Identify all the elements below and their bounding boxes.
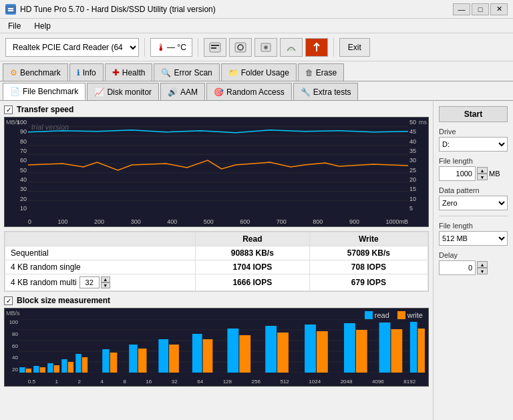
file-length-up[interactable]: ▲ [477, 167, 488, 174]
title-bar-left: HD Tune Pro 5.70 - Hard Disk/SSD Utility… [5, 4, 216, 15]
svg-rect-54 [410, 322, 417, 373]
tab-disk-monitor[interactable]: 📈 Disk monitor [87, 83, 159, 100]
svg-rect-45 [239, 335, 250, 373]
svg-rect-28 [33, 366, 39, 373]
main-content: ✓ Transfer speed MB/s ms trial version 1… [0, 101, 513, 420]
tab-extra-tests-label: Extra tests [313, 87, 351, 97]
tab-info[interactable]: ℹ Info [69, 63, 104, 81]
file-length-input[interactable] [439, 166, 476, 181]
svg-rect-37 [110, 353, 118, 373]
svg-rect-42 [192, 334, 202, 373]
tab-benchmark[interactable]: ⚙ Benchmark [3, 63, 68, 81]
svg-rect-38 [129, 345, 138, 373]
delay-down[interactable]: ▼ [477, 268, 488, 274]
svg-rect-36 [102, 349, 110, 373]
block-size-section: ✓ Block size measurement MB/s read write [4, 296, 429, 387]
tab-file-benchmark[interactable]: 📄 File Benchmark [3, 83, 86, 100]
toolbar-btn-1[interactable] [204, 38, 226, 57]
file-length2-label: File length [439, 222, 508, 230]
chart-y-labels-right: 5045403530252015105 [408, 118, 428, 213]
row-label-sequential: Sequential [5, 246, 196, 260]
extra-tests-icon: 🔧 [301, 87, 311, 97]
benchmark-chart: MB/s ms trial version 100908070605040302… [4, 117, 429, 227]
file-length-spinner: ▲ ▼ [477, 167, 488, 180]
svg-rect-41 [169, 345, 179, 373]
tab-error-scan-label: Error Scan [174, 68, 212, 77]
tab-aam[interactable]: 🔊 AAM [160, 83, 205, 100]
close-button[interactable]: ✕ [490, 3, 508, 15]
title-bar-controls[interactable]: — □ ✕ [453, 3, 508, 15]
delay-spinner: ▲ ▼ [477, 261, 488, 274]
svg-rect-33 [68, 362, 73, 373]
svg-rect-6 [235, 43, 246, 52]
toolbar: Realtek PCIE Card Reader (64 gB) 🌡 — °C … [0, 33, 513, 61]
svg-rect-39 [138, 349, 147, 373]
tab-disk-monitor-label: Disk monitor [107, 87, 152, 97]
transfer-speed-label: Transfer speed [17, 105, 73, 114]
thermometer-icon: 🌡 [156, 42, 166, 53]
tab-erase[interactable]: 🗑 Erase [298, 63, 344, 81]
maximize-button[interactable]: □ [472, 3, 489, 15]
drive-control: Drive D: [439, 128, 508, 152]
temperature-display: 🌡 — °C [150, 38, 192, 57]
data-pattern-select[interactable]: Zero [439, 196, 508, 210]
start-button[interactable]: Start [439, 106, 508, 122]
file-length-down[interactable]: ▼ [477, 174, 488, 180]
delay-input[interactable] [439, 260, 476, 275]
tab-health[interactable]: ✚ Health [105, 63, 153, 81]
file-length2-select[interactable]: 512 MB [439, 231, 508, 246]
window-title: HD Tune Pro 5.70 - Hard Disk/SSD Utility… [20, 5, 216, 14]
tab-error-scan[interactable]: 🔍 Error Scan [154, 63, 219, 81]
exit-button[interactable]: Exit [339, 38, 370, 57]
transfer-speed-checkbox[interactable]: ✓ [4, 106, 13, 114]
block-size-header: ✓ Block size measurement [4, 296, 429, 305]
toolbar-btn-2[interactable] [229, 38, 252, 57]
info-icon: ℹ [77, 68, 80, 77]
transfer-speed-header: ✓ Transfer speed [4, 105, 429, 114]
menu-help[interactable]: Help [31, 20, 53, 32]
svg-rect-43 [203, 339, 213, 373]
transfer-speed-section: ✓ Transfer speed MB/s ms trial version 1… [4, 105, 429, 227]
chart-y-labels-left: 100908070605040302010 [5, 118, 28, 213]
svg-rect-47 [277, 333, 289, 373]
legend-write-color [397, 311, 405, 319]
row-label-4kb-single: 4 KB random single [5, 260, 196, 274]
tab-random-access[interactable]: 🎯 Random Access [206, 83, 292, 100]
svg-rect-1 [8, 8, 13, 9]
col-header-read: Read [195, 232, 309, 246]
block-size-chart: MB/s read write [4, 308, 429, 387]
drive-dropdown[interactable]: Realtek PCIE Card Reader (64 gB) [5, 38, 139, 57]
svg-rect-32 [61, 359, 67, 373]
tab-folder-usage[interactable]: 📁 Folder Usage [221, 63, 297, 81]
svg-rect-46 [265, 326, 277, 373]
row-write-sequential: 57089 KB/s [309, 246, 428, 260]
toolbar-btn-5[interactable] [305, 38, 328, 57]
minimize-button[interactable]: — [453, 3, 470, 15]
multi-queue-input[interactable] [79, 276, 100, 288]
toolbar-btn-4[interactable] [280, 38, 303, 57]
benchmark-chart-svg [28, 118, 408, 213]
title-bar: HD Tune Pro 5.70 - Hard Disk/SSD Utility… [0, 0, 513, 19]
svg-rect-40 [158, 339, 168, 373]
multi-queue-down[interactable]: ▼ [101, 282, 110, 288]
legend-read-color [365, 311, 373, 319]
multi-queue-up[interactable]: ▲ [101, 276, 110, 282]
left-panel: ✓ Transfer speed MB/s ms trial version 1… [0, 101, 433, 420]
svg-rect-44 [227, 329, 238, 373]
col-header-write: Write [309, 232, 428, 246]
data-pattern-label: Data pattern [439, 186, 508, 194]
drive-select[interactable]: D: [439, 137, 508, 152]
toolbar-divider2 [198, 38, 198, 57]
menu-file[interactable]: File [5, 20, 23, 32]
row-label-4kb-multi: 4 KB random multi ▲ ▼ [5, 274, 196, 291]
delay-up[interactable]: ▲ [477, 261, 488, 268]
tab-extra-tests[interactable]: 🔧 Extra tests [293, 83, 359, 100]
row-write-4kb-multi: 679 IOPS [309, 274, 428, 291]
block-size-checkbox[interactable]: ✓ [4, 296, 13, 305]
tabs-row-1: ⚙ Benchmark ℹ Info ✚ Health 🔍 Error Scan… [0, 61, 513, 81]
tab-benchmark-label: Benchmark [20, 68, 61, 77]
toolbar-btn-3[interactable] [254, 38, 277, 57]
svg-rect-50 [344, 323, 355, 373]
table-row-4kb-multi: 4 KB random multi ▲ ▼ 1666 IOPS 679 IOP [5, 274, 428, 291]
legend-read: read [365, 311, 389, 319]
